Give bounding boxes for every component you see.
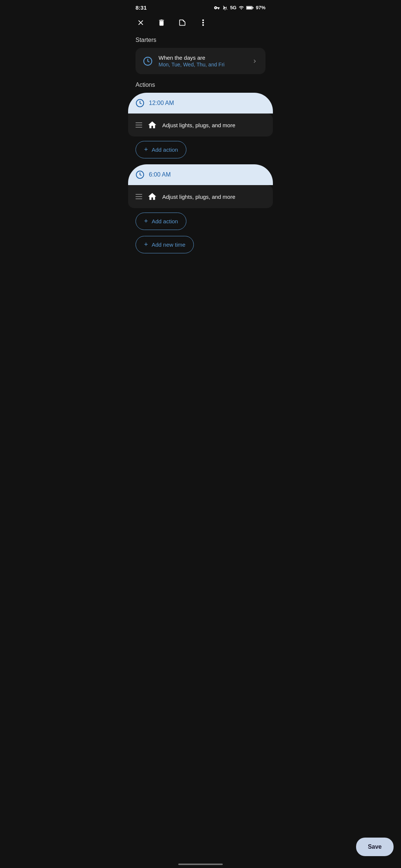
starter-card-subtitle: Mon, Tue, Wed, Thu, and Fri: [159, 62, 245, 68]
add-new-time-label: Add new time: [152, 241, 186, 248]
toolbar: [128, 14, 273, 34]
more-options-button[interactable]: [198, 17, 208, 28]
plus-icon-2: +: [144, 217, 148, 225]
clock-icon-1: [136, 99, 144, 108]
plus-icon-new-time: +: [144, 241, 148, 249]
delete-button[interactable]: [156, 17, 167, 28]
status-icons: 5G 97%: [214, 5, 265, 11]
network-5g: 5G: [230, 5, 237, 10]
action-text-1: Adjust lights, plugs, and more: [162, 122, 235, 128]
home-icon-2: [147, 192, 157, 201]
svg-point-4: [202, 22, 204, 24]
action-card-1[interactable]: Adjust lights, plugs, and more: [128, 114, 273, 137]
clock-icon-2: [136, 170, 144, 179]
chevron-right-icon: [251, 58, 258, 65]
starter-card-content: When the days are Mon, Tue, Wed, Thu, an…: [159, 55, 245, 68]
add-action-button-2[interactable]: + Add action: [136, 213, 186, 230]
signal-icon: [239, 5, 244, 10]
time-block-2: 6:00 AM Adjust lights, plugs, and more +…: [128, 164, 273, 230]
action-card-2[interactable]: Adjust lights, plugs, and more: [128, 185, 273, 208]
bell-mute-icon: [222, 5, 228, 11]
action-text-2: Adjust lights, plugs, and more: [162, 194, 235, 200]
time-pill-1[interactable]: 12:00 AM: [128, 93, 273, 114]
svg-point-5: [202, 24, 204, 26]
drag-handle-2: [136, 194, 142, 199]
add-new-time-button[interactable]: + Add new time: [136, 236, 194, 253]
svg-point-3: [202, 19, 204, 21]
home-icon-1: [147, 120, 157, 130]
svg-rect-2: [247, 7, 252, 9]
starters-label: Starters: [128, 34, 273, 48]
actions-label: Actions: [128, 79, 273, 93]
battery-percent: 97%: [256, 5, 265, 10]
export-button[interactable]: [177, 17, 188, 28]
add-action-label-1: Add action: [152, 147, 178, 153]
time-label-1: 12:00 AM: [149, 100, 174, 106]
time-label-2: 6:00 AM: [149, 171, 171, 178]
starter-card[interactable]: When the days are Mon, Tue, Wed, Thu, an…: [136, 48, 265, 74]
add-action-label-2: Add action: [152, 218, 178, 224]
key-icon: [214, 5, 220, 11]
drag-handle-1: [136, 122, 142, 128]
clock-icon: [143, 56, 153, 66]
add-action-button-1[interactable]: + Add action: [136, 141, 186, 158]
time-pill-2[interactable]: 6:00 AM: [128, 164, 273, 185]
close-button[interactable]: [136, 17, 146, 28]
status-bar: 8:31 5G 97%: [128, 0, 273, 14]
starter-card-title: When the days are: [159, 55, 245, 61]
status-time: 8:31: [136, 4, 147, 11]
svg-rect-1: [252, 7, 253, 8]
time-block-1: 12:00 AM Adjust lights, plugs, and more …: [128, 93, 273, 158]
battery-icon: [246, 5, 254, 10]
plus-icon-1: +: [144, 146, 148, 154]
